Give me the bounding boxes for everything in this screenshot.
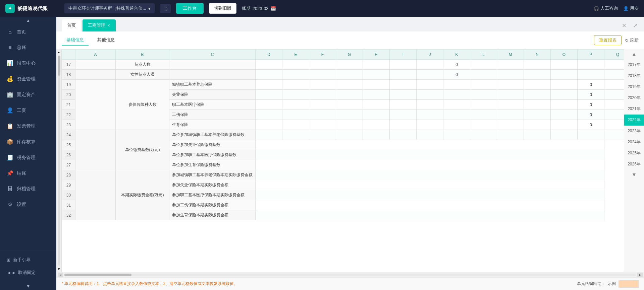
cell-21-f[interactable] [309, 100, 336, 110]
cell-24-c[interactable]: 单位参加城镇职工基本养老保险缴费基数 [169, 130, 256, 140]
unpin-button[interactable]: ◄◄ 取消固定 [0, 266, 56, 279]
cell-17-e[interactable] [282, 60, 309, 70]
cell-27-values[interactable] [256, 160, 604, 170]
cell-17-i[interactable] [390, 60, 417, 70]
cell-20-q[interactable] [604, 90, 624, 100]
cell-19-o[interactable] [551, 80, 578, 90]
sidebar-item-capital[interactable]: 💰 资金管理 [0, 71, 56, 87]
cell-21-g[interactable] [336, 100, 363, 110]
cell-24-m[interactable] [497, 130, 524, 140]
cell-23-d[interactable] [256, 120, 282, 130]
cell-20-l[interactable] [470, 90, 497, 100]
sidebar-item-invoice[interactable]: 📋 发票管理 [0, 118, 56, 134]
cell-21-q[interactable] [604, 100, 624, 110]
h-scroll-track[interactable] [64, 274, 636, 276]
cell-26-c[interactable]: 单位参加职工基本医疗保险缴费基数 [169, 150, 256, 160]
cell-17-b[interactable]: 从业人数 [116, 60, 169, 70]
close-window-button[interactable]: ✕ [621, 21, 628, 30]
cell-23-o[interactable] [551, 120, 578, 130]
cell-19-c[interactable]: 城镇职工基本养老保险 [169, 80, 256, 90]
cell-19-d[interactable] [256, 80, 282, 90]
cell-18-m[interactable] [497, 70, 524, 80]
spreadsheet-scroll-area[interactable]: A B C D E F G H I J K L [62, 49, 624, 272]
cell-22-l[interactable] [470, 110, 497, 120]
sidebar-item-tax[interactable]: 🧾 税务管理 [0, 150, 56, 165]
cell-20-g[interactable] [336, 90, 363, 100]
cell-18-d[interactable] [256, 70, 282, 80]
tab-close-icon[interactable]: ✕ [107, 23, 110, 28]
cell-19-k[interactable] [443, 80, 470, 90]
cell-21-c[interactable]: 职工基本医疗保险 [169, 100, 256, 110]
user-avatar-area[interactable]: 👤 用友 [623, 5, 639, 11]
cell-24-o[interactable] [551, 130, 578, 140]
cell-20-f[interactable] [309, 90, 336, 100]
cell-23-q[interactable] [604, 120, 624, 130]
cell-24-l[interactable] [470, 130, 497, 140]
calendar-icon[interactable]: 📅 [271, 6, 276, 11]
cell-20-j[interactable] [417, 90, 443, 100]
cell-22-d[interactable] [256, 110, 282, 120]
sidebar-item-home[interactable]: ⌂ 首页 [0, 24, 56, 40]
v-scroll-down[interactable]: ▼ [56, 266, 61, 272]
company-selector[interactable]: 中审众环会计师事务所（特殊普通合伙... ▾ [64, 3, 155, 13]
cell-17-p[interactable] [578, 60, 604, 70]
cell-20-p[interactable]: 0 [578, 90, 604, 100]
cell-18-f[interactable] [309, 70, 336, 80]
cell-20-h[interactable] [363, 90, 390, 100]
cell-23-k[interactable] [443, 120, 470, 130]
guide-button[interactable]: ⊞ 新手引导 [0, 253, 56, 266]
cell-17-l[interactable] [470, 60, 497, 70]
sidebar-item-inventory[interactable]: 📦 库存核算 [0, 134, 56, 150]
cell-20-n[interactable] [524, 90, 551, 100]
cell-23-h[interactable] [363, 120, 390, 130]
year-2021[interactable]: 2021年 [624, 103, 644, 115]
cell-22-o[interactable] [551, 110, 578, 120]
cell-19-f[interactable] [309, 80, 336, 90]
cell-24-q[interactable] [604, 130, 624, 140]
cell-29-c[interactable]: 参加失业保险本期实际缴费金额 [169, 180, 256, 190]
cell-28-a[interactable] [75, 170, 116, 220]
cell-22-h[interactable] [363, 110, 390, 120]
cell-18-g[interactable] [336, 70, 363, 80]
cell-21-k[interactable] [443, 100, 470, 110]
year-2017[interactable]: 2017年 [624, 59, 644, 70]
tab-commerce[interactable]: 工商管理 ✕ [83, 19, 116, 31]
cell-25-values[interactable] [256, 140, 604, 150]
cell-22-p[interactable]: 0 [578, 110, 604, 120]
year-2025[interactable]: 2025年 [624, 148, 644, 159]
cell-23-e[interactable] [282, 120, 309, 130]
cell-18-a[interactable] [75, 70, 116, 80]
cell-18-e[interactable] [282, 70, 309, 80]
cell-19-p[interactable]: 0 [578, 80, 604, 90]
cell-23-g[interactable] [336, 120, 363, 130]
cell-23-f[interactable] [309, 120, 336, 130]
cell-19-h[interactable] [363, 80, 390, 90]
cell-18-j[interactable] [417, 70, 443, 80]
cell-17-n[interactable] [524, 60, 551, 70]
cell-17-a[interactable] [75, 60, 116, 70]
year-2022[interactable]: 2022年 [624, 115, 644, 126]
h-scroll-left[interactable]: ◂ [58, 273, 63, 277]
cell-18-c[interactable] [169, 70, 256, 80]
cell-23-i[interactable] [390, 120, 417, 130]
cell-20-o[interactable] [551, 90, 578, 100]
cell-22-k[interactable] [443, 110, 470, 120]
cell-24-d[interactable] [256, 130, 282, 140]
cell-22-i[interactable] [390, 110, 417, 120]
cell-18-i[interactable] [390, 70, 417, 80]
cell-24-b[interactable]: 单位缴费基数(万元) [116, 130, 169, 170]
cell-17-m[interactable] [497, 60, 524, 70]
sidebar-item-reports[interactable]: 📊 报表中心 [0, 55, 56, 71]
cell-17-q[interactable] [604, 60, 624, 70]
cell-19-m[interactable] [497, 80, 524, 90]
cell-18-h[interactable] [363, 70, 390, 80]
sidebar-item-ledger[interactable]: ≡ 总账 [0, 40, 56, 55]
workbench-button[interactable]: 工作台 [176, 3, 204, 14]
cell-18-q[interactable] [604, 70, 624, 80]
sidebar-item-settings[interactable]: ⚙ 设置 [0, 197, 56, 212]
cell-21-m[interactable] [497, 100, 524, 110]
cell-20-m[interactable] [497, 90, 524, 100]
cell-24-h[interactable] [363, 130, 390, 140]
cell-24-p[interactable] [578, 130, 604, 140]
cell-22-q[interactable] [604, 110, 624, 120]
